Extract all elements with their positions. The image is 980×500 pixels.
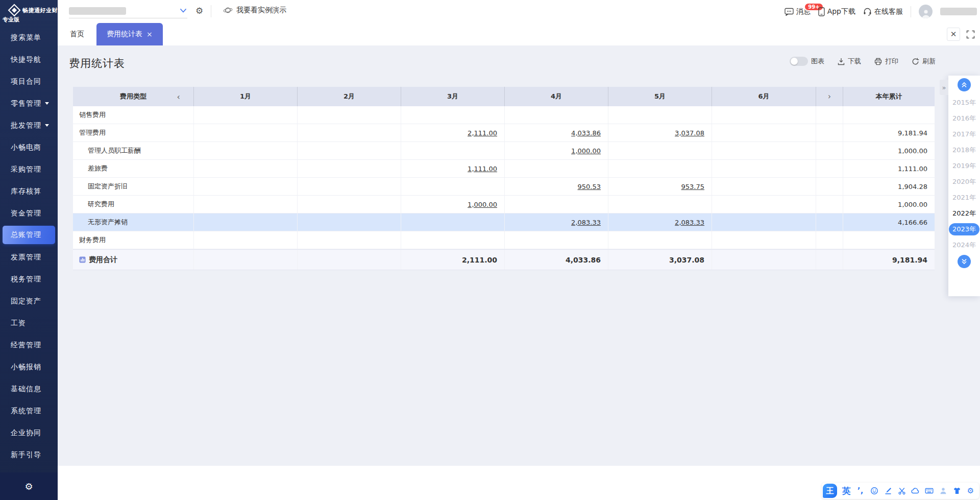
year-item[interactable]: 2022年 [952,205,976,221]
year-item[interactable]: 2020年 [952,174,976,189]
sidebar-item[interactable]: 快捷导航 [0,49,58,70]
month-value-link[interactable]: 950.53 [578,183,601,191]
month-value-link[interactable]: 2,083.33 [675,219,704,226]
collapse-panel-button[interactable]: » [940,80,948,95]
ytd-total-cell: 1,000.00 [843,142,935,159]
sidebar-item[interactable]: 搜索菜单 [0,27,58,49]
sidebar-item[interactable]: 小畅电商 [0,136,58,158]
emoji-icon[interactable] [870,487,878,495]
expense-type-cell: 费用合计 [73,250,194,270]
month-value-link[interactable]: 953.75 [681,183,705,191]
sidebar-item[interactable]: 发票管理 [0,246,58,268]
month-value-cell [401,231,505,249]
table-row: 无形资产摊销2,083.332,083.334,166.66 [73,213,935,231]
table-row: 固定资产折旧950.53953.751,904.28 [73,178,935,196]
tab-close-icon[interactable]: × [146,30,153,38]
prev-months-arrow[interactable]: ‹ [177,92,180,102]
month-value-link[interactable]: 1,000.00 [571,147,601,155]
month-value-cell: 1,111.00 [401,160,505,177]
sidebar-item-label: 采购管理 [11,165,41,174]
ime-language-mode[interactable]: 英 [842,485,851,497]
sidebar-item-label: 税务管理 [11,275,41,284]
month-value-link[interactable]: 4,033.86 [571,129,601,137]
year-item[interactable]: 2015年 [952,94,976,110]
month-value-link[interactable]: 1,000.00 [468,201,497,208]
sidebar-item[interactable]: 新手引导 [0,444,58,466]
year-item[interactable]: 2019年 [952,158,976,174]
download-label: 下载 [848,57,861,66]
sidebar-item[interactable]: 经营管理 [0,334,58,356]
sidebar-item[interactable]: 系统管理 [0,400,58,422]
keyboard-icon[interactable] [925,487,934,495]
fullscreen-icon[interactable] [966,30,975,39]
messages-button[interactable]: 消息 99+ [785,7,811,16]
year-item[interactable]: 2016年 [952,110,976,126]
scroll-years-down-button[interactable] [958,255,971,268]
account-icon[interactable] [939,487,947,495]
tab-home[interactable]: 首页 [58,23,96,45]
year-item[interactable]: 2024年 [952,237,976,253]
sidebar-item[interactable]: 税务管理 [0,268,58,290]
sidebar-item[interactable]: 小畅报销 [0,356,58,378]
sidebar-item[interactable]: 工资 [0,312,58,334]
column-header: 6月 [712,87,816,106]
column-header: 本年累计 [843,87,935,106]
month-value-link[interactable]: 2,111.00 [468,129,497,137]
column-header: 3月 [401,87,505,106]
ime-settings-gear-icon[interactable]: ⚙ [966,487,975,495]
support-button[interactable]: 在线客服 [863,7,903,16]
year-item[interactable]: 2021年 [952,189,976,205]
cloud-icon[interactable] [911,487,920,495]
sidebar-item[interactable]: 库存核算 [0,180,58,202]
month-value-link[interactable]: 3,037.08 [675,129,704,137]
month-value-link[interactable]: 1,111.00 [468,165,497,173]
chart-toggle[interactable]: 图表 [790,57,824,66]
gear-icon[interactable]: ⚙ [195,6,203,16]
month-value-cell: 4,033.86 [505,124,608,141]
year-item[interactable]: 2018年 [952,142,976,158]
handwriting-icon[interactable] [884,487,892,495]
year-item-selected[interactable]: 2023年 [949,221,979,237]
demo-link[interactable]: 我要看实例演示 [223,6,286,15]
ime-logo[interactable]: 王 [823,484,837,498]
table-row: 财务费用 [73,231,935,249]
punctuation-icon[interactable]: ’‚ [856,487,865,495]
settings-gear-icon[interactable]: ⚙ [24,481,33,492]
tab-active[interactable]: 费用统计表× [96,23,163,45]
sidebar-item[interactable]: 采购管理 [0,158,58,180]
avatar[interactable] [919,5,933,18]
skin-shirt-icon[interactable] [952,487,961,495]
screenshot-scissors-icon[interactable] [897,487,906,495]
chart-toggle-switch[interactable] [790,57,808,66]
next-months-arrow[interactable]: › [816,87,843,106]
sidebar-item[interactable]: 项目合同 [0,70,58,92]
sidebar-item[interactable]: 零售管理 [0,92,58,114]
year-label: 2023年 [949,223,979,235]
app-root: 畅捷通好业财 专业版 搜索菜单快捷导航项目合同零售管理批发管理小畅电商采购管理库… [0,0,980,500]
sidebar-item[interactable]: 企业协同 [0,422,58,444]
month-value-cell [608,160,712,177]
year-item[interactable]: 2017年 [952,126,976,142]
app-download-button[interactable]: App下载 [818,7,855,16]
month-value-cell [298,196,401,213]
download-button[interactable]: 下载 [838,57,861,66]
column-header-label: 本年累计 [876,92,902,101]
ytd-total-cell: 4,166.66 [843,213,935,231]
sidebar-item[interactable]: 固定资产 [0,290,58,312]
month-value-cell [712,106,816,124]
company-selector[interactable] [69,4,187,18]
table-total-row: 费用合计2,111.004,033.863,037.089,181.94 [73,249,935,270]
sidebar-item[interactable]: 资金管理 [0,202,58,224]
sidebar-item[interactable]: 总账管理 [3,226,55,244]
year-label: 2021年 [952,193,976,202]
sidebar-item[interactable]: 批发管理 [0,114,58,136]
month-value-cell [194,231,298,249]
planet-icon [223,6,233,14]
scroll-years-up-button[interactable] [958,78,971,91]
close-icon[interactable]: ✕ [947,28,960,41]
sidebar-item[interactable]: 基础信息 [0,378,58,400]
refresh-button[interactable]: 刷新 [912,57,936,66]
sidebar-item-label: 企业协同 [11,428,41,438]
print-button[interactable]: 打印 [874,57,898,66]
month-value-link[interactable]: 2,083.33 [571,219,601,226]
